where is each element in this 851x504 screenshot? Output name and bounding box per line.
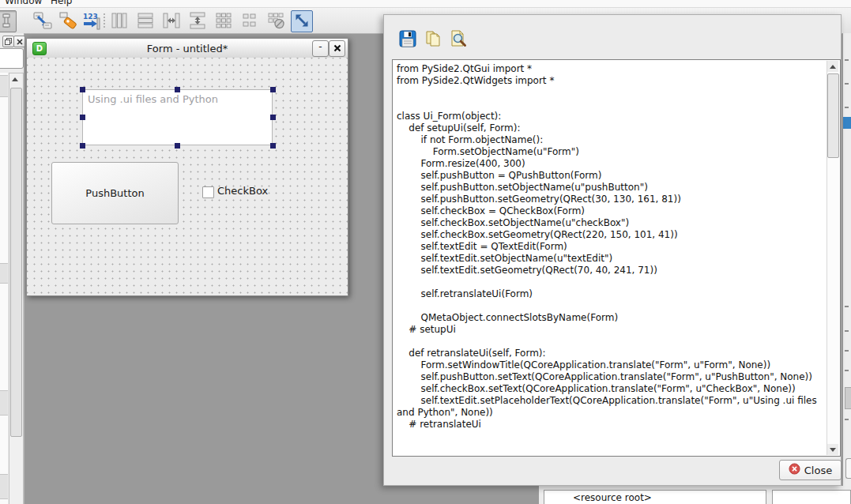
checkbox-indicator[interactable] — [202, 186, 214, 198]
widget-box-item[interactable] — [0, 75, 8, 97]
edit-signals-slots-icon — [33, 11, 52, 32]
code-vertical-scrollbar[interactable] — [827, 61, 839, 455]
widget-filter-input[interactable] — [0, 48, 24, 69]
layout-grid-icon — [215, 12, 232, 32]
tree-branch-mark — [845, 107, 849, 108]
form-minimize-button[interactable]: - — [312, 40, 329, 57]
layout-horizontal-icon — [111, 12, 128, 32]
layout-grid-button[interactable] — [213, 10, 235, 32]
textedit-widget[interactable]: Using .ui files and Python — [82, 89, 273, 145]
layout-horizontal-splitter-button[interactable] — [160, 10, 183, 32]
code-line: self.checkBox = QCheckBox(Form) — [397, 205, 827, 217]
break-layout-button[interactable] — [265, 10, 287, 32]
save-icon — [398, 29, 417, 51]
code-line — [397, 87, 827, 99]
button-edge[interactable] — [845, 458, 851, 479]
close-button[interactable]: Close — [779, 460, 842, 480]
menu-item-help[interactable]: Help — [51, 0, 72, 6]
scrollbar-edge[interactable] — [845, 387, 851, 409]
edit-signals-slots-button[interactable] — [30, 10, 55, 32]
code-line: class Ui_Form(object): — [397, 111, 827, 122]
widget-box-scrollbar[interactable] — [9, 73, 24, 504]
selection-handle-mid-left[interactable] — [80, 115, 85, 120]
code-line: Form.resize(400, 300) — [397, 158, 827, 170]
layout-vertical-button[interactable] — [134, 10, 156, 32]
menu-item-window[interactable]: Window — [5, 0, 42, 6]
form-close-button[interactable] — [329, 40, 345, 57]
close-circle-icon — [789, 463, 800, 477]
widget-box-scrollbar-thumb[interactable] — [10, 88, 22, 437]
float-icon — [5, 36, 12, 47]
tree-branch-mark — [845, 330, 849, 332]
save-button[interactable] — [397, 28, 419, 51]
edit-buddies-button[interactable] — [57, 10, 81, 32]
selection-handle-top-left[interactable] — [80, 87, 85, 92]
code-line: self.checkBox.setObjectName(u"checkBox") — [397, 217, 827, 229]
pushbutton-widget[interactable]: PushButton — [51, 162, 179, 224]
code-line: self.pushButton.setObjectName(u"pushButt… — [397, 182, 827, 194]
edit-widgets-icon — [0, 13, 13, 31]
code-line — [397, 336, 827, 348]
minimize-icon: - — [318, 43, 322, 51]
code-line: self.textEdit.setGeometry(QRect(70, 40, … — [397, 265, 827, 276]
scroll-up-icon[interactable] — [12, 77, 18, 81]
layout-form-icon — [241, 12, 258, 32]
form-canvas[interactable]: Using .ui files and Python PushButton Ch… — [27, 58, 348, 295]
layout-form-button[interactable] — [239, 10, 261, 32]
widget-box-list[interactable] — [0, 73, 8, 504]
adjust-size-button[interactable] — [291, 10, 313, 32]
scroll-down-button[interactable] — [827, 444, 838, 455]
copy-button[interactable] — [422, 28, 444, 51]
resource-file-list[interactable] — [772, 490, 851, 504]
edit-tab-order-button[interactable]: 123 — [79, 10, 103, 32]
resource-tree[interactable]: <resource root> — [544, 490, 766, 504]
code-line — [397, 300, 827, 312]
checkbox-label[interactable]: CheckBox — [217, 185, 268, 197]
scroll-up-icon — [830, 65, 836, 69]
layout-horizontal-splitter-icon — [163, 12, 180, 32]
selection-handle-mid-right[interactable] — [270, 115, 276, 120]
code-lines: from PySide2.QtGui import *from PySide2.… — [393, 61, 827, 455]
code-line: from PySide2.QtGui import * — [397, 63, 827, 75]
selected-tree-row[interactable] — [843, 117, 851, 129]
selection-handle-top-mid[interactable] — [175, 87, 180, 92]
tree-branch-mark — [845, 370, 849, 371]
code-line: self.pushButton.setText(QCoreApplication… — [397, 371, 827, 383]
edit-widgets-button[interactable] — [0, 10, 17, 32]
find-button[interactable] — [447, 28, 469, 51]
selection-handle-top-right[interactable] — [270, 87, 276, 92]
widget-box-close-button[interactable] — [13, 36, 25, 47]
form-window-title: Form - untitled* — [27, 43, 348, 55]
scrollbar-thumb[interactable] — [827, 73, 839, 158]
form-window-titlebar[interactable]: D Form - untitled* - — [27, 39, 348, 58]
layout-horizontal-button[interactable] — [108, 10, 130, 32]
code-preview-editor[interactable]: from PySide2.QtGui import *from PySide2.… — [392, 59, 841, 457]
code-line: from PySide2.QtWidgets import * — [397, 75, 827, 87]
widget-box-item[interactable] — [0, 263, 8, 284]
svg-text:123: 123 — [83, 13, 98, 21]
code-line: self.retranslateUi(Form) — [397, 288, 827, 300]
code-line: # retranslateUi — [397, 419, 827, 431]
code-line: self.checkBox.setGeometry(QRect(220, 150… — [397, 229, 827, 241]
selection-handle-bottom-mid[interactable] — [175, 143, 180, 149]
copy-icon — [424, 29, 442, 51]
layout-vertical-splitter-button[interactable] — [186, 10, 209, 32]
layout-vertical-icon — [137, 12, 154, 32]
code-line: self.textEdit = QTextEdit(Form) — [397, 241, 827, 253]
edit-tab-order-icon: 123 — [81, 11, 100, 32]
widget-box-item[interactable] — [0, 474, 8, 499]
code-line: self.textEdit.setObjectName(u"textEdit") — [397, 253, 827, 265]
code-line: Form.setWindowTitle(QCoreApplication.tra… — [397, 359, 827, 371]
resource-root-item[interactable]: <resource root> — [573, 492, 652, 503]
tree-branch-mark — [845, 83, 849, 85]
widget-box-item[interactable] — [0, 390, 8, 416]
selection-handle-bottom-right[interactable] — [270, 143, 276, 149]
code-line — [397, 276, 827, 288]
code-line: if not Form.objectName(): — [397, 134, 827, 146]
code-line: # setupUi — [397, 324, 827, 336]
selection-handle-bottom-left[interactable] — [80, 143, 85, 149]
scroll-up-button[interactable] — [827, 61, 838, 72]
close-button-label: Close — [804, 465, 832, 476]
adjust-size-icon — [293, 12, 311, 32]
widget-box-float-button[interactable] — [2, 36, 14, 47]
